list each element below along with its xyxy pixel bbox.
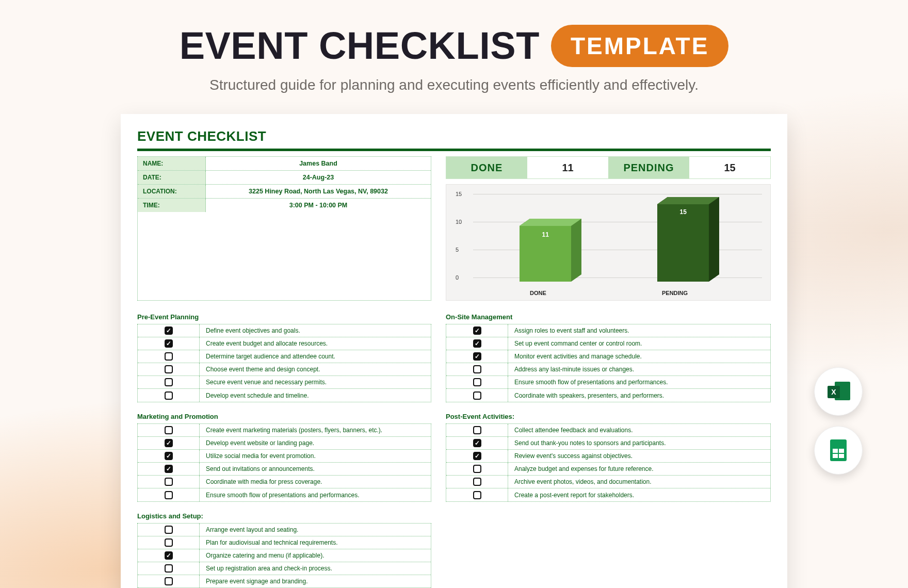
checklist-item-text: Send out invitations or announcements. [200,465,431,472]
checkbox[interactable] [165,352,173,361]
checklist-item-text: Create a post-event report for stakehold… [508,492,770,499]
y-tick: 10 [456,219,462,225]
checkbox[interactable] [165,551,173,560]
meta-value: James Band [206,157,431,170]
checklist-row: Ensure smooth flow of presentations and … [446,376,770,389]
checkbox[interactable] [473,465,481,473]
spreadsheet-preview: EVENT CHECKLIST NAME: James Band DATE: 2… [121,114,787,588]
checkbox[interactable] [473,439,481,447]
column-right: On-Site Management Assign roles to event… [446,310,771,588]
meta-key: LOCATION: [138,185,206,198]
meta-value: 3:00 PM - 10:00 PM [206,199,431,212]
checklist-logistics: Arrange event layout and seating.Plan fo… [137,523,431,588]
checklist-item-text: Monitor event activities and manage sche… [508,353,770,360]
checklist-marketing: Create event marketing materials (poster… [137,423,431,502]
checklist-row: Prepare event signage and branding. [138,575,431,588]
checklist-row: Create a post-event report for stakehold… [446,488,770,501]
checkbox[interactable] [165,326,173,335]
pending-value: 15 [689,157,770,178]
meta-table: NAME: James Band DATE: 24-Aug-23 LOCATIO… [137,156,431,301]
checklist-row: Coordinate with speakers, presenters, an… [446,389,770,402]
checkbox[interactable] [473,378,481,386]
checklist-item-text: Arrange event layout and seating. [200,526,431,533]
bar-done: 11 [520,204,583,284]
checkbox[interactable] [165,491,173,499]
checklist-pre: Define event objectives and goals.Create… [137,324,431,402]
x-category: PENDING [662,290,688,296]
checkbox[interactable] [165,478,173,486]
checklist-post: Collect attendee feedback and evaluation… [446,423,771,502]
bar-chart: 15 10 5 0 11 [446,184,771,301]
checklist-row: Ensure smooth flow of presentations and … [138,488,431,501]
sheet-title: EVENT CHECKLIST [137,128,771,144]
checklist-row: Create event budget and allocate resourc… [138,337,431,350]
checkbox[interactable] [473,352,481,361]
checkbox[interactable] [473,452,481,460]
checkbox[interactable] [473,365,481,373]
checkbox[interactable] [473,426,481,434]
checklist-row: Determine target audience and attendee c… [138,350,431,363]
checklist-row: Send out invitations or announcements. [138,463,431,476]
section-title-marketing: Marketing and Promotion [137,410,431,423]
checkbox[interactable] [473,478,481,486]
y-tick: 0 [456,274,459,281]
meta-row-name: NAME: James Band [138,157,431,171]
checklist-item-text: Organize catering and menu (if applicabl… [200,552,431,559]
checkbox[interactable] [165,526,173,534]
divider [137,149,771,151]
checkbox[interactable] [165,339,173,348]
checklist-row: Arrange event layout and seating. [138,524,431,536]
checkbox[interactable] [473,339,481,348]
checklist-row: Coordinate with media for press coverage… [138,476,431,488]
checklist-item-text: Archive event photos, videos, and docume… [508,478,770,485]
meta-value: 3225 Hiney Road, North Las Vegas, NV, 89… [206,185,431,198]
y-tick: 5 [456,247,459,253]
summary-panel: DONE 11 PENDING 15 15 10 5 0 [446,156,771,301]
checklist-row: Analyze budget and expenses for future r… [446,463,770,476]
checkbox[interactable] [473,326,481,335]
section-title-logistics: Logistics and Setup: [137,509,431,523]
meta-row-time: TIME: 3:00 PM - 10:00 PM [138,199,431,212]
checkbox[interactable] [165,439,173,447]
checklist-item-text: Coordinate with media for press coverage… [200,478,431,485]
checklist-item-text: Set up registration area and check-in pr… [200,565,431,572]
checkbox[interactable] [165,452,173,460]
checkbox[interactable] [165,465,173,473]
checkbox[interactable] [165,577,173,585]
checklist-row: Plan for audiovisual and technical requi… [138,536,431,549]
checklist-item-text: Analyze budget and expenses for future r… [508,465,770,472]
google-sheets-icon [814,426,863,475]
checkbox[interactable] [165,538,173,547]
checkbox[interactable] [165,391,173,400]
section-title-pre: Pre-Event Planning [137,310,431,324]
column-left: Pre-Event Planning Define event objectiv… [137,310,431,588]
checklist-row: Develop event schedule and timeline. [138,389,431,402]
checkbox[interactable] [165,378,173,386]
hero-header: EVENT CHECKLIST TEMPLATE Structured guid… [0,0,908,93]
meta-key: DATE: [138,171,206,184]
svg-marker-4 [657,204,709,282]
checklist-item-text: Collect attendee feedback and evaluation… [508,427,770,434]
checkbox[interactable] [473,491,481,499]
checklist-item-text: Send out thank-you notes to sponsors and… [508,439,770,447]
section-title-post: Post-Event Activities: [446,410,771,423]
checklist-item-text: Define event objectives and goals. [200,327,431,334]
checklist-row: Create event marketing materials (poster… [138,424,431,437]
checklist-onsite: Assign roles to event staff and voluntee… [446,324,771,402]
title-badge: TEMPLATE [551,25,728,67]
checkbox[interactable] [165,564,173,573]
checklist-row: Collect attendee feedback and evaluation… [446,424,770,437]
checkbox[interactable] [165,365,173,373]
checkbox[interactable] [165,426,173,434]
y-tick: 15 [456,191,462,197]
checklist-row: Set up event command center or control r… [446,337,770,350]
checklist-item-text: Determine target audience and attendee c… [200,353,431,360]
checklist-item-text: Coordinate with speakers, presenters, an… [508,392,770,399]
checklist-row: Send out thank-you notes to sponsors and… [446,437,770,450]
checklist-row: Utilize social media for event promotion… [138,450,431,463]
checklist-row: Choose event theme and design concept. [138,363,431,376]
checklist-item-text: Ensure smooth flow of presentations and … [508,379,770,386]
checkbox[interactable] [473,391,481,400]
checklist-row: Address any last-minute issues or change… [446,363,770,376]
checklist-row: Develop event website or landing page. [138,437,431,450]
